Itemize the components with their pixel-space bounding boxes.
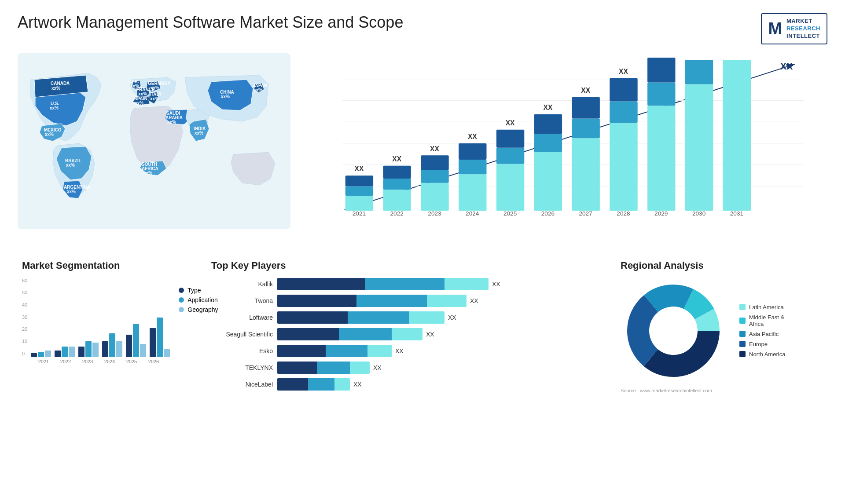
svg-text:2022: 2022 bbox=[390, 210, 404, 216]
teklynx-bar bbox=[277, 362, 370, 374]
svg-rect-20 bbox=[421, 170, 448, 183]
svg-rect-44 bbox=[610, 123, 637, 211]
legend-asia-pacific: Asia Pacific bbox=[739, 331, 785, 337]
svg-text:2024: 2024 bbox=[466, 210, 479, 216]
europe-color bbox=[739, 341, 746, 347]
seg-bar-2024 bbox=[102, 333, 122, 357]
svg-rect-31 bbox=[496, 129, 524, 147]
italy-value: xx% bbox=[150, 96, 159, 101]
svg-text:XX: XX bbox=[780, 61, 793, 72]
legend-latin-america: Latin America bbox=[739, 304, 785, 310]
bottom-row: Market Segmentation 0 10 20 30 40 50 60 bbox=[18, 256, 827, 398]
player-row-seagull: Seagull Scientific XX bbox=[211, 328, 599, 340]
svg-text:2030: 2030 bbox=[692, 210, 706, 216]
player-row-loftware: Loftware XX bbox=[211, 311, 599, 324]
players-section: Top Key Players Kallik XX bbox=[207, 256, 603, 398]
svg-text:XX: XX bbox=[543, 104, 552, 111]
svg-rect-14 bbox=[383, 190, 411, 211]
north-america-color bbox=[739, 351, 746, 357]
svg-rect-54 bbox=[685, 60, 713, 84]
header: Artwork Management Software Market Size … bbox=[18, 13, 827, 44]
svg-rect-45 bbox=[610, 101, 637, 123]
svg-text:2026: 2026 bbox=[541, 210, 555, 216]
svg-rect-25 bbox=[459, 160, 486, 174]
player-row-esko: Esko XX bbox=[211, 345, 599, 357]
latin-america-color bbox=[739, 304, 746, 310]
svg-rect-34 bbox=[534, 152, 562, 211]
svg-rect-19 bbox=[421, 183, 448, 210]
logo-text: MARKET RESEARCH INTELLECT bbox=[786, 18, 820, 40]
svg-point-65 bbox=[651, 309, 695, 353]
svg-rect-36 bbox=[534, 114, 562, 134]
svg-text:2023: 2023 bbox=[428, 210, 441, 216]
mexico-value: xx% bbox=[45, 132, 54, 137]
canada-value: xx% bbox=[51, 86, 60, 91]
svg-text:XX: XX bbox=[581, 87, 590, 94]
svg-rect-10 bbox=[345, 186, 373, 195]
svg-text:2028: 2028 bbox=[617, 210, 630, 216]
svg-rect-50 bbox=[647, 82, 675, 106]
legend-geography-dot bbox=[179, 307, 184, 312]
argentina-value: xx% bbox=[67, 189, 76, 194]
saudi-value: xx% bbox=[167, 120, 176, 124]
svg-text:XX: XX bbox=[354, 165, 364, 172]
middle-east-color bbox=[739, 318, 746, 324]
player-row-kallik: Kallik XX bbox=[211, 278, 599, 290]
svg-text:2025: 2025 bbox=[503, 210, 517, 216]
page-title: Artwork Management Software Market Size … bbox=[18, 13, 403, 32]
world-map: CANADA xx% U.S. xx% MEXICO xx% BRAZIL xx… bbox=[18, 53, 290, 238]
svg-rect-21 bbox=[421, 155, 448, 170]
canada-label: CANADA bbox=[51, 81, 70, 86]
svg-rect-26 bbox=[459, 143, 486, 160]
seg-bar-2021 bbox=[31, 351, 51, 357]
asia-pacific-color bbox=[739, 331, 746, 337]
svg-text:XX: XX bbox=[468, 133, 477, 140]
svg-rect-46 bbox=[610, 78, 637, 101]
segmentation-title: Market Segmentation bbox=[22, 260, 189, 271]
player-row-twona: Twona XX bbox=[211, 295, 599, 307]
svg-rect-11 bbox=[345, 175, 373, 186]
svg-rect-40 bbox=[572, 118, 600, 138]
us-value: xx% bbox=[50, 106, 59, 110]
legend-middle-east: Middle East &Africa bbox=[739, 314, 785, 327]
logo-letter: M bbox=[768, 19, 782, 38]
svg-rect-16 bbox=[383, 165, 411, 178]
world-map-svg: CANADA xx% U.S. xx% MEXICO xx% BRAZIL xx… bbox=[18, 53, 290, 229]
svg-text:2031: 2031 bbox=[730, 210, 743, 216]
brazil-value: xx% bbox=[66, 163, 75, 168]
main-content: CANADA xx% U.S. xx% MEXICO xx% BRAZIL xx… bbox=[18, 53, 827, 398]
esko-bar bbox=[277, 345, 392, 357]
player-row-teklynx: TEKLYNX XX bbox=[211, 362, 599, 374]
donut-area: Latin America Middle East &Africa Asia P… bbox=[621, 278, 823, 383]
japan-value: xx% bbox=[254, 88, 262, 92]
logo: M MARKET RESEARCH INTELLECT bbox=[761, 13, 827, 44]
legend-europe: Europe bbox=[739, 341, 785, 347]
loftware-bar bbox=[277, 311, 445, 324]
svg-text:2021: 2021 bbox=[353, 210, 366, 216]
donut-legend: Latin America Middle East &Africa Asia P… bbox=[739, 304, 785, 358]
player-row-nicelabel: NiceLabel XX bbox=[211, 378, 599, 391]
seagull-bar bbox=[277, 328, 422, 340]
source-text: Source : www.marketresearchintellect.com bbox=[621, 388, 823, 393]
bar-chart-svg: XX 2021 XX 2022 XX 2023 XX 2024 bbox=[308, 58, 819, 229]
svg-rect-53 bbox=[685, 84, 713, 211]
sa-value: xx% bbox=[143, 171, 152, 175]
seg-bar-2025 bbox=[126, 324, 146, 357]
twona-bar bbox=[277, 295, 467, 307]
world-map-section: CANADA xx% U.S. xx% MEXICO xx% BRAZIL xx… bbox=[18, 53, 290, 247]
svg-rect-29 bbox=[496, 164, 524, 210]
svg-text:XX: XX bbox=[619, 68, 628, 75]
india-value: xx% bbox=[195, 131, 203, 135]
svg-rect-35 bbox=[534, 134, 562, 152]
bar-chart-section: XX 2021 XX 2022 XX 2023 XX 2024 bbox=[299, 53, 827, 247]
svg-text:XX: XX bbox=[506, 119, 515, 127]
donut-chart bbox=[621, 278, 726, 383]
svg-rect-9 bbox=[345, 196, 373, 211]
spain-value: xx% bbox=[135, 101, 143, 106]
nicelabel-bar bbox=[277, 378, 350, 391]
regional-title: Regional Analysis bbox=[621, 260, 823, 271]
regional-section: Regional Analysis bbox=[616, 256, 827, 398]
france-value: xx% bbox=[138, 91, 147, 96]
svg-text:2029: 2029 bbox=[654, 210, 668, 216]
legend-application-dot bbox=[179, 297, 184, 303]
